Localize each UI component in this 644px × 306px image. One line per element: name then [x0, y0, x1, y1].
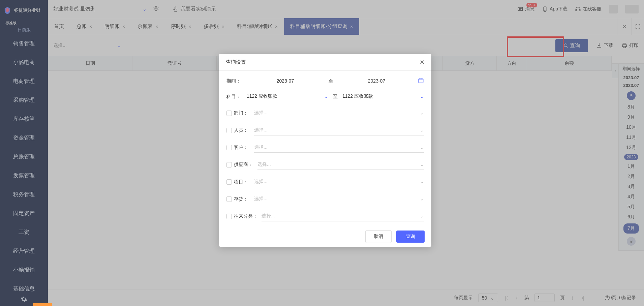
- filter-supplier-select[interactable]: 选择...⌄: [257, 159, 424, 170]
- filter-dept-select[interactable]: 选择...⌄: [254, 108, 424, 118]
- filter-inventory-checkbox[interactable]: 存货：: [226, 196, 254, 202]
- modal-close-button[interactable]: ✕: [420, 59, 425, 66]
- filter-row-supplier: 供应商： 选择...⌄: [226, 159, 424, 170]
- filter-person-checkbox[interactable]: 人员：: [226, 127, 254, 133]
- chevron-down-icon: ⌄: [420, 196, 424, 202]
- subject-row: 科目： 1122 应收账款 ⌄ 至 1122 应收账款 ⌄: [226, 92, 424, 101]
- filter-row-inventory: 存货： 选择...⌄: [226, 194, 424, 204]
- checkbox-icon: [226, 196, 232, 202]
- chevron-down-icon: ⌄: [420, 162, 424, 167]
- chevron-down-icon: ⌄: [420, 127, 424, 133]
- period-from-input[interactable]: 2023-07: [247, 77, 324, 85]
- checkbox-icon: [226, 111, 232, 116]
- filter-project-checkbox[interactable]: 项目：: [226, 179, 254, 185]
- checkbox-icon: [226, 162, 232, 167]
- chevron-down-icon: ⌄: [420, 110, 424, 116]
- modal-footer: 取消 查询: [219, 226, 431, 247]
- filter-row-contact-category: 往来分类： 选择...⌄: [226, 211, 424, 221]
- chevron-down-icon: ⌄: [420, 179, 424, 184]
- checkbox-icon: [226, 179, 232, 185]
- filter-row-customer: 客户： 选择...⌄: [226, 142, 424, 153]
- subject-label: 科目：: [226, 94, 247, 100]
- period-to-input[interactable]: 2023-07: [338, 77, 415, 85]
- to-label: 至: [328, 94, 342, 100]
- filter-row-person: 人员： 选择...⌄: [226, 125, 424, 135]
- modal-header: 查询设置 ✕: [219, 54, 431, 71]
- loading-progress-bar: [33, 303, 52, 306]
- subject-from-input[interactable]: 1122 应收账款 ⌄: [247, 92, 328, 101]
- checkbox-icon: [226, 128, 232, 133]
- confirm-query-button[interactable]: 查询: [396, 231, 425, 243]
- calendar-icon[interactable]: [418, 78, 424, 85]
- svg-rect-10: [419, 79, 423, 83]
- chevron-down-icon: ⌄: [420, 213, 424, 219]
- chevron-down-icon: ⌄: [420, 94, 424, 99]
- query-settings-modal: 查询设置 ✕ 期间： 2023-07 至 2023-07 科目： 1122 应收…: [219, 54, 431, 247]
- filter-project-select[interactable]: 选择...⌄: [254, 177, 424, 187]
- chevron-down-icon: ⌄: [420, 145, 424, 150]
- filter-customer-select[interactable]: 选择...⌄: [254, 142, 424, 153]
- period-label: 期间：: [226, 78, 247, 84]
- filter-row-dept: 部门： 选择...⌄: [226, 108, 424, 118]
- filter-supplier-checkbox[interactable]: 供应商：: [226, 162, 257, 168]
- filter-inventory-select[interactable]: 选择...⌄: [254, 194, 424, 204]
- filter-person-select[interactable]: 选择...⌄: [254, 125, 424, 135]
- filter-row-project: 项目： 选择...⌄: [226, 177, 424, 187]
- subject-to-input[interactable]: 1122 应收账款 ⌄: [342, 92, 424, 101]
- checkbox-icon: [226, 214, 232, 219]
- modal-body: 期间： 2023-07 至 2023-07 科目： 1122 应收账款 ⌄ 至 …: [219, 71, 431, 226]
- period-row: 期间： 2023-07 至 2023-07: [226, 77, 424, 85]
- filter-customer-checkbox[interactable]: 客户：: [226, 145, 254, 151]
- filter-contact-category-checkbox[interactable]: 往来分类：: [226, 213, 262, 219]
- checkbox-icon: [226, 145, 232, 150]
- filter-contact-category-select[interactable]: 选择...⌄: [262, 211, 424, 221]
- modal-title: 查询设置: [226, 59, 246, 65]
- chevron-down-icon: ⌄: [324, 94, 328, 99]
- filter-dept-checkbox[interactable]: 部门：: [226, 110, 254, 116]
- to-label: 至: [324, 78, 338, 84]
- cancel-button[interactable]: 取消: [365, 230, 392, 243]
